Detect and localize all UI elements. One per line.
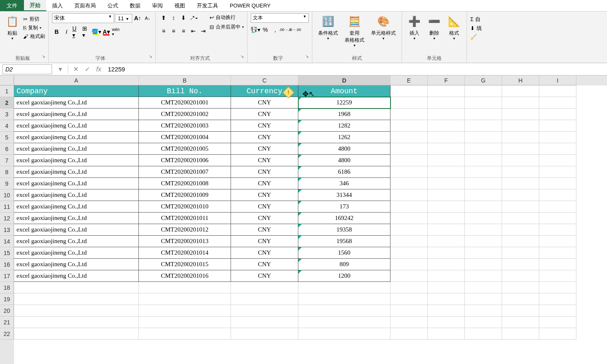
tab-file[interactable]: 文件 bbox=[0, 0, 24, 11]
data-cell[interactable] bbox=[390, 189, 428, 201]
data-cell[interactable]: CNY bbox=[231, 109, 298, 120]
tab-formulas[interactable]: 公式 bbox=[102, 0, 124, 11]
header-cell[interactable] bbox=[390, 85, 428, 97]
tab-data[interactable]: 数据 bbox=[124, 0, 146, 11]
data-cell[interactable] bbox=[502, 189, 539, 201]
data-cell[interactable]: excel gaoxiaojineng Co.,Ltd bbox=[14, 224, 139, 236]
font-name-select[interactable]: 宋体 ▼ bbox=[52, 13, 114, 23]
merge-center-button[interactable]: ⊟ 合并后居中 ▾ bbox=[209, 24, 244, 31]
data-cell[interactable] bbox=[502, 155, 539, 166]
header-cell[interactable] bbox=[428, 85, 465, 97]
fill-button[interactable]: ⬇ 填 bbox=[470, 25, 482, 32]
data-cell[interactable]: CNY bbox=[231, 270, 298, 282]
data-cell[interactable] bbox=[390, 97, 428, 109]
data-cell[interactable] bbox=[428, 189, 465, 201]
tab-insert[interactable]: 插入 bbox=[46, 0, 69, 11]
conditional-format-button[interactable]: 🔢 条件格式 ▼ bbox=[316, 13, 340, 42]
empty-cell[interactable] bbox=[465, 317, 502, 328]
percent-button[interactable]: % bbox=[261, 25, 270, 34]
data-cell[interactable] bbox=[465, 155, 502, 166]
phonetic-button[interactable]: wén ▾ bbox=[112, 27, 121, 36]
cut-button[interactable]: ✂ 剪切 bbox=[23, 16, 45, 23]
row-header[interactable]: 16 bbox=[0, 259, 14, 270]
data-cell[interactable]: CNY bbox=[231, 213, 298, 224]
copy-button[interactable]: ⎘ 复制 ▾ bbox=[23, 24, 45, 31]
data-cell[interactable]: CNY bbox=[231, 97, 298, 109]
row-header[interactable]: 12 bbox=[0, 213, 14, 224]
data-cell[interactable]: CNY bbox=[231, 120, 298, 132]
increase-decimal-button[interactable]: .00→.0 bbox=[281, 25, 290, 34]
orientation-button[interactable]: ⭧▾ bbox=[189, 13, 198, 22]
data-cell[interactable]: excel gaoxiaojineng Co.,Ltd bbox=[14, 178, 139, 189]
data-cell[interactable]: excel gaoxiaojineng Co.,Ltd bbox=[14, 247, 139, 259]
row-header[interactable]: 4 bbox=[0, 120, 14, 132]
fx-button[interactable]: fx bbox=[93, 64, 105, 74]
empty-cell[interactable] bbox=[502, 305, 539, 317]
data-cell[interactable] bbox=[465, 189, 502, 201]
column-header[interactable]: G bbox=[465, 76, 502, 85]
empty-cell[interactable] bbox=[231, 328, 298, 340]
data-cell[interactable] bbox=[428, 166, 465, 178]
column-header[interactable]: A bbox=[14, 76, 139, 85]
empty-cell[interactable] bbox=[390, 305, 428, 317]
row-header[interactable]: 21 bbox=[0, 317, 14, 328]
data-cell[interactable] bbox=[539, 236, 576, 247]
align-bottom-button[interactable]: ⬇ bbox=[179, 13, 188, 22]
decrease-font-button[interactable]: A↓ bbox=[143, 14, 152, 23]
data-cell[interactable] bbox=[539, 97, 576, 109]
data-cell[interactable]: CMT20200201013 bbox=[139, 236, 231, 247]
data-cell[interactable] bbox=[539, 143, 576, 155]
data-cell[interactable] bbox=[428, 236, 465, 247]
row-header[interactable]: 10 bbox=[0, 189, 14, 201]
data-cell[interactable]: CMT20200201005 bbox=[139, 143, 231, 155]
data-cell[interactable] bbox=[502, 97, 539, 109]
data-cell[interactable] bbox=[502, 166, 539, 178]
data-cell[interactable] bbox=[390, 270, 428, 282]
paste-button[interactable]: 📋 粘贴 ▼ bbox=[3, 13, 21, 42]
empty-cell[interactable] bbox=[502, 293, 539, 305]
data-cell[interactable]: 1282 bbox=[298, 120, 390, 132]
data-cell[interactable] bbox=[390, 166, 428, 178]
data-cell[interactable] bbox=[539, 213, 576, 224]
data-cell[interactable] bbox=[390, 259, 428, 270]
font-size-select[interactable]: 11▼ bbox=[115, 14, 132, 23]
data-cell[interactable] bbox=[428, 213, 465, 224]
tab-developer[interactable]: 开发工具 bbox=[191, 0, 224, 11]
empty-cell[interactable] bbox=[14, 293, 139, 305]
increase-font-button[interactable]: A↑ bbox=[133, 14, 142, 23]
data-cell[interactable] bbox=[428, 224, 465, 236]
data-cell[interactable]: 1560 bbox=[298, 247, 390, 259]
data-cell[interactable]: CNY bbox=[231, 132, 298, 143]
data-cell[interactable] bbox=[539, 259, 576, 270]
header-cell[interactable]: Bill No. bbox=[139, 85, 231, 97]
data-cell[interactable]: 6186 bbox=[298, 166, 390, 178]
data-cell[interactable] bbox=[465, 213, 502, 224]
data-cell[interactable] bbox=[502, 213, 539, 224]
empty-cell[interactable] bbox=[539, 305, 576, 317]
data-cell[interactable]: 4800 bbox=[298, 155, 390, 166]
data-cell[interactable] bbox=[465, 259, 502, 270]
row-header[interactable]: 7 bbox=[0, 155, 14, 166]
row-header[interactable]: 2 bbox=[0, 97, 14, 109]
data-cell[interactable] bbox=[465, 120, 502, 132]
empty-cell[interactable] bbox=[428, 328, 465, 340]
data-cell[interactable]: excel gaoxiaojineng Co.,Ltd bbox=[14, 97, 139, 109]
row-header[interactable]: 5 bbox=[0, 132, 14, 143]
data-cell[interactable]: excel gaoxiaojineng Co.,Ltd bbox=[14, 166, 139, 178]
column-header[interactable]: E bbox=[390, 76, 428, 85]
data-cell[interactable] bbox=[390, 109, 428, 120]
empty-cell[interactable] bbox=[298, 293, 390, 305]
data-cell[interactable]: excel gaoxiaojineng Co.,Ltd bbox=[14, 201, 139, 213]
data-cell[interactable] bbox=[428, 270, 465, 282]
data-cell[interactable] bbox=[428, 178, 465, 189]
data-cell[interactable] bbox=[390, 143, 428, 155]
data-cell[interactable] bbox=[428, 120, 465, 132]
data-cell[interactable] bbox=[390, 178, 428, 189]
empty-cell[interactable] bbox=[298, 328, 390, 340]
comma-button[interactable]: , bbox=[271, 25, 280, 34]
autosum-button[interactable]: Σ 自 bbox=[470, 16, 481, 23]
insert-cells-button[interactable]: ➕ 插入 ▼ bbox=[405, 13, 424, 42]
data-cell[interactable] bbox=[502, 201, 539, 213]
column-header[interactable]: H bbox=[502, 76, 539, 85]
empty-cell[interactable] bbox=[231, 317, 298, 328]
